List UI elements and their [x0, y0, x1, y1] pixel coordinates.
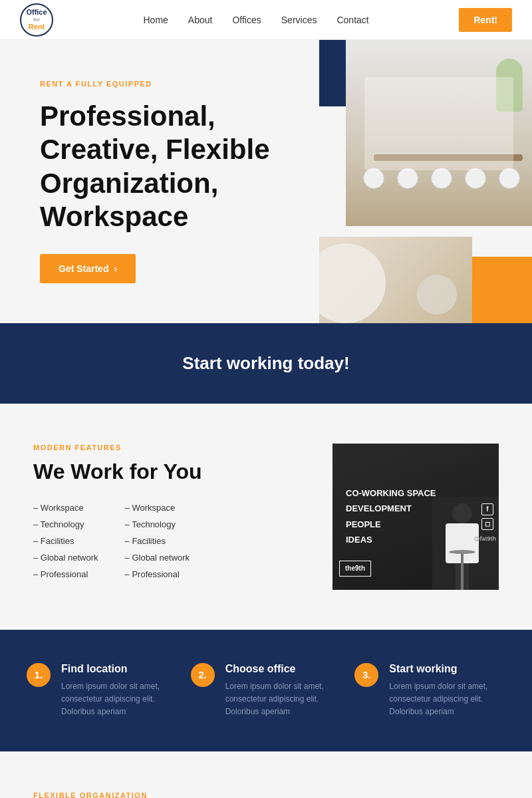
facebook-icon[interactable]: f	[481, 503, 493, 515]
list-item: – Global network	[125, 553, 190, 563]
nav-contact[interactable]: Contact	[336, 15, 368, 25]
special-offers-section: FLEXIBLE ORGANIZATION Special offers	[0, 751, 532, 798]
logo[interactable]: Office for Rent	[20, 3, 53, 37]
list-item: – Technology	[125, 519, 190, 529]
step-content-2: Choose office Lorem ipsum dolor sit amet…	[225, 663, 342, 719]
hero-images	[319, 40, 532, 323]
nav-services[interactable]: Services	[281, 15, 317, 25]
step-title-2: Choose office	[225, 663, 342, 675]
special-offers-eyebrow: FLEXIBLE ORGANIZATION	[33, 791, 499, 798]
hero-orange-accent	[472, 257, 532, 323]
step-2: 2. Choose office Lorem ipsum dolor sit a…	[191, 663, 342, 719]
coworking-text: CO-WORKING SPACEDEVELOPMENTPEOPLEIDEAS	[346, 485, 436, 548]
list-item: – Facilities	[125, 536, 190, 546]
step-1: 1. Find location Lorem ipsum dolor sit a…	[27, 663, 178, 719]
step-content-3: Start working Lorem ipsum dolor sit amet…	[389, 663, 505, 719]
step-desc-3: Lorem ipsum dolor sit amet, consectetur …	[389, 680, 505, 719]
step-content-1: Find location Lorem ipsum dolor sit amet…	[61, 663, 178, 719]
step-number-3: 3.	[354, 663, 378, 687]
hero-eyebrow: RENT A FULLY EQUIPPED	[40, 80, 286, 88]
hero-title: Professional, Creative, Flexible Organiz…	[40, 100, 286, 234]
step-number-2: 2.	[191, 663, 215, 687]
features-section: MODERN FEATURES We Work for You – Worksp…	[0, 404, 532, 630]
list-item: – Global network	[33, 553, 98, 563]
hero-left: RENT A FULLY EQUIPPED Professional, Crea…	[0, 40, 319, 323]
coworking-image: CO-WORKING SPACEDEVELOPMENTPEOPLEIDEAS f…	[332, 444, 499, 590]
features-eyebrow: MODERN FEATURES	[33, 444, 306, 452]
nav-about[interactable]: About	[188, 15, 213, 25]
list-item: – Professional	[125, 569, 190, 579]
step-3: 3. Start working Lorem ipsum dolor sit a…	[354, 663, 505, 719]
coworking-handle: @fat9th	[474, 534, 496, 543]
banner-section: Start working today!	[0, 323, 532, 404]
list-item: – Facilities	[33, 536, 98, 546]
features-list-2: – Workspace – Technology – Facilities – …	[125, 503, 190, 579]
nav-links: Home About Offices Services Contact	[144, 14, 369, 26]
hero-office-image-2	[319, 237, 472, 323]
rent-button[interactable]: Rent!	[459, 8, 512, 32]
features-lists: – Workspace – Technology – Facilities – …	[33, 503, 306, 579]
instagram-icon[interactable]: ◻	[481, 518, 493, 530]
navbar: Office for Rent Home About Offices Servi…	[0, 0, 532, 40]
nav-offices[interactable]: Offices	[232, 15, 261, 25]
hero-section: RENT A FULLY EQUIPPED Professional, Crea…	[0, 40, 532, 323]
features-title: We Work for You	[33, 460, 306, 484]
features-list-1: – Workspace – Technology – Facilities – …	[33, 503, 98, 579]
logo-for: for	[33, 17, 41, 23]
logo-rent: Rent	[29, 23, 45, 31]
banner-text: Start working today!	[182, 353, 349, 373]
steps-section: 1. Find location Lorem ipsum dolor sit a…	[0, 630, 532, 752]
step-desc-1: Lorem ipsum dolor sit amet, consectetur …	[61, 680, 178, 719]
step-desc-2: Lorem ipsum dolor sit amet, consectetur …	[225, 680, 342, 719]
hero-office-image	[346, 40, 532, 226]
logo-office: Office	[26, 8, 47, 17]
features-left: MODERN FEATURES We Work for You – Worksp…	[33, 444, 306, 579]
get-started-button[interactable]: Get Started ›	[40, 254, 136, 283]
brand-label: the9th	[339, 561, 371, 577]
list-item: – Workspace	[33, 503, 98, 513]
nav-home[interactable]: Home	[144, 15, 168, 25]
step-title-3: Start working	[389, 663, 505, 675]
list-item: – Workspace	[125, 503, 190, 513]
list-item: – Technology	[33, 519, 98, 529]
step-title-1: Find location	[61, 663, 178, 675]
list-item: – Professional	[33, 569, 98, 579]
step-number-1: 1.	[27, 663, 51, 687]
